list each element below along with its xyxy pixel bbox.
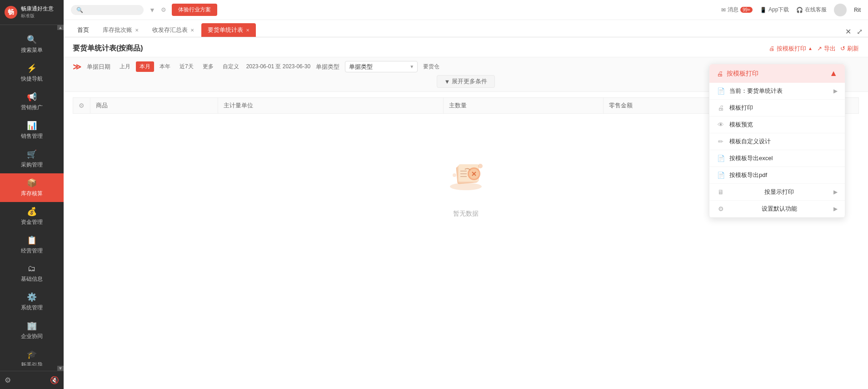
tab-order-stats[interactable]: 要货单统计表 ✕ [201, 23, 256, 37]
date-btn-custom[interactable]: 自定义 [219, 61, 243, 72]
sidebar-item-guide[interactable]: 🎓 新手引导 [0, 345, 64, 366]
sidebar-item-shortcut[interactable]: ⚡ 快捷导航 [0, 59, 64, 87]
sidebar-item-label: 销售管理 [21, 132, 43, 140]
svg-point-12 [453, 173, 456, 177]
dropdown-printer-icon: 🖨 [717, 70, 723, 77]
tab-close-icon[interactable]: ✕ [135, 28, 139, 33]
logo-icon: 畅 [5, 6, 17, 19]
dropdown-display-print[interactable]: 🖥 按显示打印 ▶ [709, 184, 845, 201]
dropdown-template-design[interactable]: ✏ 模板自定义设计 [709, 133, 845, 150]
tab-close-icon[interactable]: ✕ [190, 28, 194, 33]
volume-icon[interactable]: 🔇 [50, 376, 59, 384]
tab-receipt-summary[interactable]: 收发存汇总表 ✕ [146, 23, 200, 37]
tab-home[interactable]: 首页 [71, 23, 95, 37]
trial-btn[interactable]: 体验行业方案 [172, 4, 217, 16]
dropdown-template-preview[interactable]: 👁 模板预览 [709, 116, 845, 133]
expand-label: 展开更多条件 [452, 77, 487, 86]
home-tab-label: 首页 [77, 26, 89, 34]
sidebar-bottom: ⚙ 🔇 [0, 371, 64, 389]
filter-expand-icon[interactable]: ≫ [73, 62, 81, 72]
dropdown-header[interactable]: 🖨 按模板打印 ▲ [709, 64, 845, 83]
sidebar-scroll-up[interactable]: ▲ [57, 25, 64, 30]
dropdown-collapse-icon[interactable]: ▲ [829, 69, 838, 78]
topbar-avatar[interactable] [834, 4, 847, 16]
printer-icon: 🖨 [717, 104, 725, 111]
sidebar-item-inventory[interactable]: 📦 库存核算 [0, 173, 64, 202]
export-btn[interactable]: ↗ 导出 [817, 45, 836, 53]
date-btn-current-year[interactable]: 本年 [156, 61, 174, 72]
sidebar-item-enterprise[interactable]: 🏢 企业协同 [0, 316, 64, 345]
page-actions: 🖨 按模板打印 ▲ ↗ 导出 ↺ 刷新 [769, 45, 859, 53]
expand-more-btn[interactable]: ▼ 展开更多条件 [437, 75, 495, 88]
topbar-app-download[interactable]: 📱 App下载 [760, 6, 789, 14]
dropdown-item-label: 按模板导出excel [729, 154, 773, 162]
close-all-icon[interactable]: ✕ [843, 26, 853, 37]
print-dropdown-panel: 🖨 按模板打印 ▲ 📄 当前：要货单统计表 ▶ 🖨 模板打印 👁 模板预览 ✏ … [709, 64, 845, 218]
type-filter-select[interactable]: 单据类型 [345, 61, 418, 72]
sidebar-logo: 畅 畅康通好生意 标准版 [0, 0, 64, 25]
refresh-btn[interactable]: ↺ 刷新 [840, 45, 859, 53]
topbar-gear-icon[interactable]: ⚙ [161, 6, 166, 13]
topbar-search[interactable]: 🔍 [71, 5, 144, 15]
date-btn-more[interactable]: 更多 [199, 61, 217, 72]
extra-filter-label: 要货仓 [423, 63, 439, 71]
sidebar-item-marketing[interactable]: 📢 营销推广 [0, 87, 64, 116]
print-template-btn[interactable]: 🖨 按模板打印 ▲ [769, 45, 813, 53]
dropdown-template-print[interactable]: 🖨 模板打印 [709, 100, 845, 116]
printer-icon: 🖨 [769, 45, 775, 52]
inventory-icon: 📦 [27, 178, 37, 188]
sidebar-item-finance[interactable]: 💰 资金管理 [0, 202, 64, 231]
sidebar-item-label: 库存核算 [21, 190, 43, 197]
date-btn-last-month[interactable]: 上月 [116, 61, 134, 72]
message-label: 消息 [728, 6, 738, 14]
dropdown-current-template[interactable]: 📄 当前：要货单统计表 ▶ [709, 83, 845, 100]
sidebar-item-search[interactable]: 🔍 搜索菜单 [0, 30, 64, 59]
sidebar-item-system[interactable]: ⚙️ 系统管理 [0, 288, 64, 316]
sidebar-item-label: 快捷导航 [21, 75, 43, 83]
date-filter-label: 单据日期 [87, 63, 110, 71]
dropdown-item-label: 模板预览 [729, 121, 753, 129]
maximize-icon[interactable]: ⤢ [855, 26, 864, 37]
tab-batch-account[interactable]: 库存批次账 ✕ [96, 23, 145, 37]
sidebar-item-label: 基础信息 [21, 275, 43, 283]
dropdown-display-print-label: 按显示打印 [764, 188, 794, 196]
chevron-right-icon: ▶ [833, 206, 838, 212]
brand-name: 畅康通好生意 [21, 5, 54, 13]
topbar-dropdown-arrow[interactable]: ▼ [149, 6, 155, 14]
dropdown-item-label: 模板打印 [729, 104, 753, 112]
brand-badge: 标准版 [21, 13, 54, 19]
table-settings-icon[interactable]: ⚙ [79, 102, 85, 109]
message-badge: 99+ [740, 7, 753, 13]
dropdown-template-excel[interactable]: 📄 按模板导出excel [709, 150, 845, 167]
page-header: 要货单统计表(按商品) 🖨 按模板打印 ▲ ↗ 导出 ↺ [64, 37, 868, 57]
sidebar-item-basic[interactable]: 🗂 基础信息 [0, 259, 64, 288]
sidebar-scroll-down[interactable]: ▼ [57, 366, 64, 371]
export-label: 导出 [824, 45, 836, 53]
print-template-label: 按模板打印 [777, 45, 806, 53]
sidebar-item-label: 系统管理 [21, 304, 43, 312]
date-btn-last-7days[interactable]: 近7天 [176, 61, 197, 72]
dropdown-header-label: 按模板打印 [727, 70, 758, 78]
dropdown-default-func[interactable]: ⚙ 设置默认功能 ▶ [709, 201, 845, 217]
sidebar-item-label: 新手引导 [21, 361, 43, 366]
tab-close-icon[interactable]: ✕ [246, 28, 249, 33]
chevron-down-icon: ▼ [444, 78, 450, 85]
system-icon: ⚙️ [27, 292, 37, 302]
app-download-label: App下载 [768, 6, 789, 14]
tabs-right: ✕ ⤢ [840, 26, 868, 37]
date-btn-current-month[interactable]: 本月 [136, 61, 154, 72]
search-icon: 🔍 [76, 7, 83, 13]
topbar-message[interactable]: ✉ 消息 99+ [721, 6, 753, 14]
tab-label: 收发存汇总表 [152, 26, 188, 34]
chevron-right-icon: ▶ [833, 88, 838, 94]
topbar-customer-service[interactable]: 🎧 在线客服 [796, 6, 827, 14]
topbar-actions: ✉ 消息 99+ 📱 App下载 🎧 在线客服 Rit [721, 4, 861, 16]
sidebar-item-sales[interactable]: 📊 销售管理 [0, 116, 64, 145]
export-icon: ↗ [817, 45, 822, 52]
display-print-icon: 🖥 [717, 188, 725, 196]
settings-icon[interactable]: ⚙ [5, 376, 11, 384]
sidebar-item-purchase[interactable]: 🛒 采购管理 [0, 145, 64, 173]
sidebar-item-operation[interactable]: 📋 经营管理 [0, 231, 64, 259]
dropdown-template-pdf[interactable]: 📄 按模板导出pdf [709, 167, 845, 184]
enterprise-icon: 🏢 [27, 321, 37, 331]
